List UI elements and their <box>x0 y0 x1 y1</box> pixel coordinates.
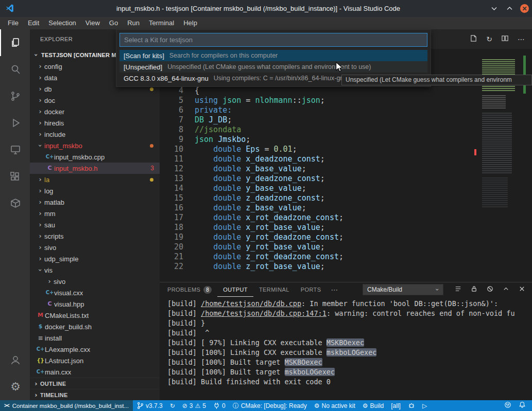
output-log[interactable]: [build] /home/testjson/db/db.cpp: In mem… <box>160 298 532 400</box>
tree-item[interactable]: sivo <box>30 242 160 253</box>
build-target-button[interactable]: [all] <box>387 400 404 411</box>
menu-item[interactable]: View <box>81 17 105 29</box>
menu-item[interactable]: File <box>3 17 23 29</box>
run-button[interactable]: ▷ <box>419 400 431 411</box>
settings-gear-icon[interactable]: ⚙ <box>0 373 30 400</box>
line-number: 5 <box>160 96 183 105</box>
explorer-icon[interactable] <box>0 29 30 56</box>
tree-item[interactable]: sivo <box>30 276 160 287</box>
tree-item[interactable]: input_mskbo <box>30 140 160 151</box>
kit-status[interactable]: ⚙ No active kit <box>311 400 359 411</box>
container-tools-icon[interactable] <box>0 190 30 217</box>
remote-explorer-icon[interactable] <box>0 136 30 163</box>
open-file-icon[interactable] <box>470 34 477 44</box>
maximize-button[interactable] <box>505 4 514 13</box>
chevron-icon <box>36 196 44 208</box>
refresh-icon[interactable]: ↻ <box>486 35 492 43</box>
tree-item[interactable]: matlab <box>30 196 160 208</box>
tree-item-label: install <box>45 334 62 342</box>
notifications-bell-icon[interactable] <box>519 401 526 410</box>
sync-status[interactable]: ↻ <box>166 400 179 411</box>
modified-dot-icon <box>150 144 153 148</box>
clear-output-icon[interactable] <box>486 285 494 295</box>
chevron-icon <box>36 253 44 264</box>
problems-status[interactable]: ⊘ 3 ⚠ 5 <box>179 400 210 411</box>
tree-item[interactable]: docker <box>30 106 160 117</box>
more-actions-icon[interactable]: ⋯ <box>518 35 525 43</box>
minimize-button[interactable] <box>489 4 499 13</box>
panel-tab[interactable]: PROBLEMS 8 <box>162 282 217 297</box>
menu-item[interactable]: Terminal <box>144 17 179 29</box>
tree-item[interactable]: vis <box>30 264 160 276</box>
account-icon[interactable] <box>0 347 30 373</box>
feedback-icon[interactable] <box>504 401 511 410</box>
tree-item[interactable]: hiredis <box>30 117 160 129</box>
panel-tab[interactable]: PORTS <box>295 282 327 297</box>
tree-item[interactable]: mm <box>30 208 160 219</box>
more-tabs-icon[interactable]: ⋯ <box>327 285 342 294</box>
chevron-icon <box>36 230 44 242</box>
panel-tab[interactable]: TERMINAL <box>253 282 295 297</box>
split-editor-icon[interactable] <box>501 34 509 44</box>
tree-item[interactable]: log <box>30 185 160 196</box>
tree-item[interactable]: LAstruct.json <box>30 355 160 366</box>
code-area[interactable]: 4 { 5 using json = nlohmann::json; 6 pri… <box>160 86 475 272</box>
bottom-panel: PROBLEMS 8 OUTPUT TERMINAL PORTS <box>160 282 532 400</box>
tree-item[interactable]: la <box>30 174 160 185</box>
remote-indicator[interactable]: >< Container mskbo_build (/mskbo_build_i… <box>0 400 133 411</box>
debug-button[interactable] <box>404 400 419 411</box>
tree-item[interactable]: doc <box>30 95 160 106</box>
tree-item[interactable]: scripts <box>30 230 160 242</box>
tree-item[interactable]: visual.hpp <box>30 298 160 310</box>
file-type-icon <box>45 151 54 163</box>
tree-item[interactable]: install <box>30 332 160 344</box>
quick-pick-item[interactable]: [Unspecified] Unspecified (Let CMake gue… <box>119 61 427 73</box>
quick-pick-item[interactable]: [Scan for kits] Search for compilers on … <box>119 50 427 61</box>
file-type-icon <box>36 310 45 321</box>
tree-item[interactable]: CMakeLists.txt <box>30 310 160 321</box>
search-icon[interactable] <box>0 56 30 83</box>
source-control-icon[interactable] <box>0 83 30 110</box>
menu-item[interactable]: Selection <box>44 17 80 29</box>
tree-item[interactable]: udp_simple <box>30 253 160 264</box>
branch-status[interactable]: v3.7.3 <box>133 400 166 411</box>
status-bar-right <box>504 401 532 410</box>
tree-item[interactable]: visual.cxx <box>30 287 160 298</box>
output-line: [build] } <box>167 318 532 328</box>
tree-item[interactable]: main.cxx <box>30 366 160 378</box>
run-debug-icon[interactable] <box>0 110 30 136</box>
tree-item[interactable]: include <box>30 129 160 140</box>
chevron-icon <box>36 264 44 276</box>
tree-item-label: input_mskbo.h <box>54 165 98 172</box>
minimap[interactable] <box>479 55 522 282</box>
menu-item[interactable]: Go <box>105 17 123 29</box>
tree-item[interactable]: sau <box>30 219 160 230</box>
ports-status[interactable]: 0 <box>210 400 229 411</box>
tree-item[interactable]: docker_build.sh <box>30 321 160 332</box>
quick-pick-item-label: [Scan for kits] <box>124 52 164 60</box>
close-panel-icon[interactable] <box>518 285 526 295</box>
timeline-section[interactable]: TIMELINE <box>30 389 160 400</box>
bug-icon <box>408 402 415 409</box>
maximize-panel-icon[interactable] <box>502 285 510 295</box>
tree-item[interactable]: input_mskbo.h 3 <box>30 163 160 174</box>
tree-item[interactable]: LAexample.cxx <box>30 344 160 355</box>
menu-item[interactable]: Help <box>179 17 202 29</box>
build-button[interactable]: ⚙ Build <box>359 400 387 411</box>
close-button[interactable]: ✕ <box>520 4 529 13</box>
cmake-status[interactable]: ⓘ CMake: [Debug]: Ready <box>229 400 311 411</box>
lock-icon[interactable] <box>470 285 478 295</box>
tree-item[interactable]: input_mskbo.cpp <box>30 151 160 163</box>
tree-item-label: config <box>44 63 62 70</box>
panel-tab[interactable]: OUTPUT <box>217 282 253 297</box>
kit-select-input[interactable] <box>119 33 427 47</box>
code-text: json Jmskbo; <box>183 135 250 145</box>
output-channel-select[interactable]: CMake/Build › <box>363 284 443 295</box>
menu-item[interactable]: Run <box>123 17 144 29</box>
menu-bar: File Edit Selection View Go Run Terminal… <box>0 17 532 29</box>
code-line: 12 double x_base_value; <box>160 164 475 174</box>
extensions-icon[interactable] <box>0 163 30 190</box>
menu-item[interactable]: Edit <box>23 17 44 29</box>
filter-icon[interactable] <box>454 285 462 295</box>
outline-section[interactable]: OUTLINE <box>30 378 160 389</box>
